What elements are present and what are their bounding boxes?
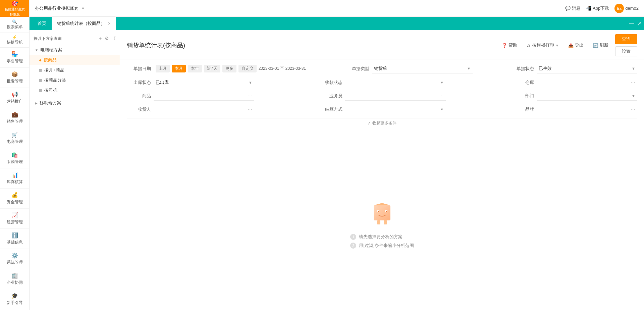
sidebar-item-retail[interactable]: 🏪 零售管理 bbox=[0, 48, 29, 68]
left-panel-actions: ＋ ⚙ 《 bbox=[98, 36, 116, 42]
app-dropdown-label[interactable]: 办公用品行业模拟账套 bbox=[35, 5, 78, 11]
guide-icon: 🎓 bbox=[11, 293, 18, 299]
tree-item-by-category[interactable]: ▦ 按商品分类 bbox=[30, 75, 120, 85]
svg-rect-5 bbox=[377, 220, 380, 224]
help-label: 帮助 bbox=[508, 42, 517, 48]
sidebar-item-wholesale[interactable]: 📦 批发管理 bbox=[0, 68, 29, 88]
tree-node-desktop[interactable]: ▼ 电脑端方案 bbox=[30, 45, 120, 55]
sidebar-item-basic[interactable]: ℹ️ 基础信息 bbox=[0, 229, 29, 249]
by-company-label: 按司机 bbox=[44, 87, 57, 93]
sidebar-item-finance[interactable]: 💰 资金管理 bbox=[0, 189, 29, 209]
warehouse-label: 仓库 bbox=[510, 80, 537, 86]
date-btn-last-month[interactable]: 上月 bbox=[156, 65, 170, 72]
recipient-dots-icon[interactable]: ··· bbox=[248, 106, 252, 112]
maximize-icon[interactable]: ⤢ bbox=[637, 20, 641, 27]
tree-mobile: ▶ 移动端方案 bbox=[30, 97, 120, 109]
tree-node-mobile[interactable]: ▶ 移动端方案 bbox=[30, 98, 120, 108]
dropdown-chevron-icon[interactable]: ▼ bbox=[81, 6, 85, 10]
product-dots-icon[interactable]: ··· bbox=[248, 93, 252, 99]
date-btn-current-month[interactable]: 本月 bbox=[172, 65, 186, 72]
doc-status-arrow-icon: ▼ bbox=[632, 66, 635, 70]
collapse-filter-btn[interactable]: ∧ 收起更多条件 bbox=[127, 118, 637, 128]
doc-type-value[interactable]: 销货单 ▼ bbox=[372, 64, 473, 73]
brand-value[interactable]: ··· bbox=[537, 105, 637, 114]
top-header-right: 💬 消息 📲 App下载 Ea demo2 bbox=[565, 4, 639, 13]
enterprise-icon: 🏢 bbox=[11, 272, 18, 279]
sidebar: 🎯 畅捷通好生意 标准版 🔍 搜索菜单 ⚡ 快捷导航 🏪 零售管理 📦 批发管理… bbox=[0, 0, 30, 310]
sidebar-item-purchase[interactable]: 🛍️ 采购管理 bbox=[0, 148, 29, 168]
sidebar-item-marketing[interactable]: 📢 营销推广 bbox=[0, 88, 29, 108]
sales-report-tab-label: 销货单统计表（按商品） bbox=[57, 20, 105, 27]
sidebar-search[interactable]: 🔍 搜索菜单 bbox=[0, 17, 29, 33]
close-tab-icon[interactable]: ✕ bbox=[108, 21, 111, 26]
message-label: 消息 bbox=[572, 5, 581, 11]
query-btn[interactable]: 查询 bbox=[615, 34, 637, 44]
sidebar-item-sales[interactable]: 💼 销售管理 bbox=[0, 108, 29, 128]
tip-num-2: 2 bbox=[350, 243, 356, 249]
tree-item-by-product[interactable]: ● 按商品 bbox=[30, 55, 120, 65]
tab-sales-report[interactable]: 销货单统计表（按商品） ✕ bbox=[52, 17, 116, 30]
doc-type-label: 单据类型 bbox=[345, 66, 372, 72]
user-btn[interactable]: Ea demo2 bbox=[614, 4, 639, 13]
main-area: 办公用品行业模拟账套 ▼ 💬 消息 📲 App下载 Ea demo2 首页 销货… bbox=[30, 0, 644, 310]
settings-btn[interactable]: 设置 bbox=[615, 46, 637, 56]
recipient-value[interactable]: ··· bbox=[154, 105, 254, 114]
doc-status-value[interactable]: 已生效 ▼ bbox=[537, 64, 637, 73]
user-avatar: Ea bbox=[614, 4, 624, 13]
sidebar-item-ecommerce[interactable]: 🛒 电商管理 bbox=[0, 128, 29, 148]
warehouse-value[interactable]: ··· bbox=[537, 78, 637, 87]
active-dot-icon: ● bbox=[39, 57, 42, 63]
empty-state: 1 请先选择要分析的方案 2 用[过滤]条件来缩小分析范围 bbox=[120, 132, 644, 310]
page-title: 销货单统计表(按商品) bbox=[127, 41, 185, 49]
sidebar-item-enterprise[interactable]: 🏢 企业协同 bbox=[0, 269, 29, 289]
tab-bar: 首页 销货单统计表（按商品） ✕ — ⤢ bbox=[30, 17, 644, 30]
date-btn-more[interactable]: 更多 bbox=[222, 65, 236, 72]
export-icon: 📤 bbox=[568, 43, 574, 48]
collapse-panel-icon[interactable]: 《 bbox=[111, 36, 116, 42]
warehouse-dots-icon[interactable]: ··· bbox=[631, 80, 635, 86]
tree-item-by-month-product[interactable]: ▦ 按月+商品 bbox=[30, 65, 120, 75]
page-actions: ❓ 帮助 🖨 按模板打印 ▼ 📤 导出 🔄 刷新 bbox=[499, 34, 637, 56]
page-header: 销货单统计表(按商品) ❓ 帮助 🖨 按模板打印 ▼ 📤 导出 bbox=[120, 30, 644, 59]
salesperson-value[interactable]: ··· bbox=[345, 91, 446, 101]
out-status-value[interactable]: 已出库 ▼ bbox=[154, 78, 254, 87]
template-print-btn[interactable]: 🖨 按模板打印 ▼ bbox=[524, 41, 561, 50]
settings-scheme-icon[interactable]: ⚙ bbox=[105, 36, 109, 42]
grid-icon-2: ▦ bbox=[39, 78, 42, 83]
home-tab-label: 首页 bbox=[38, 20, 46, 27]
date-btn-custom[interactable]: 自定义 bbox=[238, 65, 257, 72]
sidebar-item-system[interactable]: ⚙️ 系统管理 bbox=[0, 249, 29, 269]
wholesale-label: 批发管理 bbox=[7, 79, 23, 84]
date-filter-value: 上月 本月 本年 近7天 更多 自定义 2023-03-01 至 2023-03… bbox=[154, 63, 308, 74]
print-dropdown-icon[interactable]: ▼ bbox=[555, 44, 559, 47]
refresh-btn[interactable]: 🔄 刷新 bbox=[590, 41, 611, 50]
status-filter-row: 出库状态 已出库 ▼ 收款状态 ▼ 仓库 ··· bbox=[127, 78, 637, 87]
sidebar-item-inventory[interactable]: 📊 库存核算 bbox=[0, 168, 29, 189]
quick-nav-label: 快捷导航 bbox=[0, 40, 29, 45]
product-value[interactable]: ··· bbox=[154, 91, 254, 101]
add-scheme-icon[interactable]: ＋ bbox=[98, 36, 103, 42]
tree-item-by-company[interactable]: ▦ 按司机 bbox=[30, 85, 120, 95]
sidebar-quick-nav[interactable]: ⚡ 快捷导航 bbox=[0, 33, 29, 48]
message-btn[interactable]: 💬 消息 bbox=[565, 5, 581, 11]
download-btn[interactable]: 📲 App下载 bbox=[586, 5, 609, 11]
date-btn-last-7days[interactable]: 近7天 bbox=[204, 65, 220, 72]
sales-label: 销售管理 bbox=[7, 119, 23, 124]
minimize-icon[interactable]: — bbox=[629, 20, 634, 27]
brand-dots-icon[interactable]: ··· bbox=[631, 106, 635, 112]
sidebar-item-operations[interactable]: 📈 经营管理 bbox=[0, 209, 29, 229]
sidebar-item-guide[interactable]: 🎓 新手引导 bbox=[0, 289, 29, 309]
svg-rect-6 bbox=[384, 220, 387, 224]
basic-label: 基础信息 bbox=[7, 240, 23, 245]
tab-home[interactable]: 首页 bbox=[32, 17, 52, 30]
date-btn-current-year[interactable]: 本年 bbox=[188, 65, 202, 72]
export-btn[interactable]: 📤 导出 bbox=[566, 41, 586, 50]
salesperson-dots-icon[interactable]: ··· bbox=[439, 93, 444, 99]
inventory-icon: 📊 bbox=[11, 172, 18, 178]
payment-status-value[interactable]: ▼ bbox=[345, 78, 446, 87]
help-btn[interactable]: ❓ 帮助 bbox=[499, 41, 520, 50]
settlement-value[interactable]: ▼ bbox=[345, 105, 446, 114]
department-value[interactable]: ▼ bbox=[537, 91, 637, 101]
product-label: 商品 bbox=[127, 93, 154, 99]
settlement-label: 结算方式 bbox=[318, 106, 345, 112]
